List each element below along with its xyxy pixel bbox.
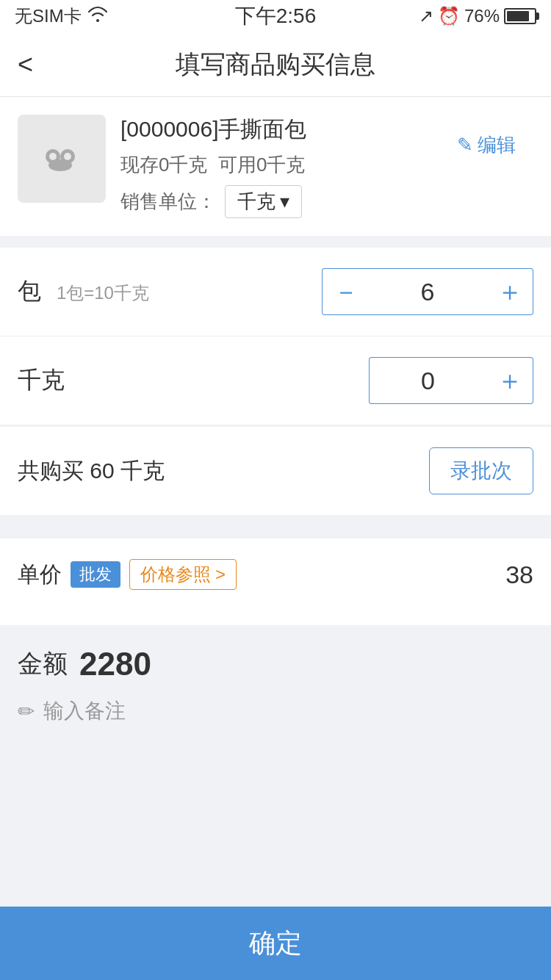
quantity-bao-input[interactable] [369,268,486,315]
quantity-label-kg: 千克 [18,364,369,397]
quantity-row-bao: 包 1包=10千克 － ＋ [0,248,551,336]
back-button[interactable]: < [18,49,33,80]
status-right: ↗ ⏰ 76% [419,6,536,26]
content: [0000006]手撕面包 现存0千克 可用0千克 销售单位： 千克 ▾ ✎ 编… [0,97,551,828]
amount-value: 2280 [79,646,151,682]
bottom-spacer [0,740,551,828]
separator [0,527,551,538]
price-label: 单价 [18,560,62,590]
edit-icon: ✎ [457,134,473,156]
product-logo-icon [40,137,84,181]
price-row: 单价 批发 价格参照 > 38 [18,559,533,590]
svg-point-4 [64,153,71,160]
status-left: 无SIM卡 [15,4,108,28]
quantity-label-bao: 包 1包=10千克 [18,275,322,308]
svg-point-3 [49,153,57,160]
unit-label: 销售单位： [120,189,216,215]
price-value: 38 [505,561,533,589]
decrement-bao-button[interactable]: － [322,268,369,315]
product-card: [0000006]手撕面包 现存0千克 可用0千克 销售单位： 千克 ▾ ✎ 编… [0,97,551,236]
unit-dropdown-icon: ▾ [280,190,289,213]
remark-row[interactable]: ✏ 输入备注 [18,697,533,725]
price-section: 单价 批发 价格参照 > 38 [0,538,551,625]
quantity-kg-input[interactable] [369,357,486,404]
nav-bar: < 填写商品购买信息 [0,32,551,97]
confirm-button-label: 确定 [249,926,302,962]
alarm-icon: ⏰ [438,6,460,26]
amount-section: 金额 2280 ✏ 输入备注 [0,625,551,740]
price-label-group: 单价 批发 价格参照 > [18,559,237,590]
product-image [18,115,106,203]
quantity-section: 包 1包=10千克 － ＋ 千克 ＋ [0,248,551,425]
product-info: [0000006]手撕面包 现存0千克 可用0千克 销售单位： 千克 ▾ ✎ 编… [120,115,533,218]
summary-section: 共购买 60 千克 录批次 [0,427,551,515]
page-title: 填写商品购买信息 [176,48,375,82]
svg-point-2 [48,159,72,171]
quantity-control-kg: ＋ [369,357,533,404]
increment-kg-button[interactable]: ＋ [486,357,533,404]
edit-button[interactable]: ✎ 编辑 [457,132,516,158]
quantity-control-bao: － ＋ [322,268,533,315]
remark-placeholder: 输入备注 [43,697,126,725]
quantity-hint-bao: 1包=10千克 [57,283,149,303]
carrier-label: 无SIM卡 [15,4,82,28]
quantity-row-kg: 千克 ＋ [0,336,551,425]
unit-select[interactable]: 千克 ▾ [225,185,302,218]
battery-icon [504,8,536,24]
price-badge-pifa: 批发 [71,561,120,588]
amount-label: 金额 [18,647,68,681]
increment-bao-button[interactable]: ＋ [486,268,533,315]
confirm-button[interactable]: 确定 [0,907,551,980]
pencil-icon: ✏ [18,699,35,724]
battery-fill [507,11,529,21]
price-reference-button[interactable]: 价格参照 > [129,559,237,590]
status-time: 下午2:56 [235,2,317,30]
summary-text: 共购买 60 千克 [18,456,165,486]
battery-percentage: 76% [464,6,500,26]
status-bar: 无SIM卡 下午2:56 ↗ ⏰ 76% [0,0,551,32]
batch-button[interactable]: 录批次 [429,447,533,494]
location-icon: ↗ [419,6,433,26]
amount-row: 金额 2280 [18,646,533,682]
product-unit-row: 销售单位： 千克 ▾ [120,185,533,218]
wifi-icon [87,6,108,26]
reference-arrow-icon: > [215,564,226,585]
